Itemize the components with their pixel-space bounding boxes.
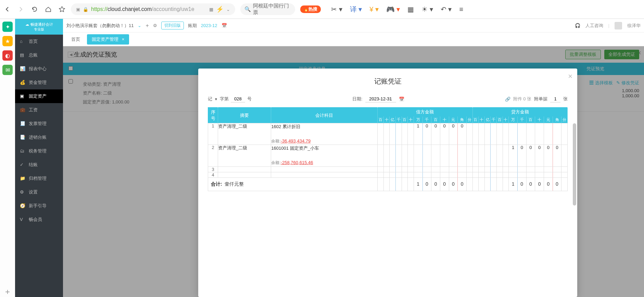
- address-bar[interactable]: ▣ 🔒 https://cloud.chanjet.com/accounting…: [71, 3, 235, 15]
- grid-icon[interactable]: ▦: [407, 5, 414, 13]
- url-text: https://cloud.chanjet.com/accounting/uw1…: [91, 6, 194, 12]
- game-icon[interactable]: 🎮 ▾: [386, 5, 400, 13]
- chevron-down-icon[interactable]: ⌄: [226, 7, 230, 12]
- qr-icon[interactable]: ▦: [209, 7, 213, 12]
- home-icon[interactable]: [45, 5, 52, 13]
- hot-badge[interactable]: 🔥热搜: [300, 5, 321, 13]
- nav-buttons: [3, 5, 66, 13]
- back-icon[interactable]: [3, 5, 11, 13]
- sun-icon[interactable]: ☀ ▾: [421, 5, 433, 13]
- search-placeholder: 阿根廷中国行门票: [253, 3, 291, 16]
- translate-icon[interactable]: 译 ▾: [350, 5, 362, 14]
- search-box[interactable]: 🔍 阿根廷中国行门票: [240, 3, 295, 15]
- lock-icon: 🔒: [83, 7, 88, 12]
- scissors-icon[interactable]: ✂ ▾: [331, 5, 342, 13]
- menu-icon[interactable]: ≡: [459, 5, 464, 13]
- forward-icon[interactable]: [17, 5, 25, 13]
- reload-icon[interactable]: [31, 5, 38, 13]
- search-icon: 🔍: [244, 6, 251, 12]
- shield-icon: ▣: [76, 7, 80, 12]
- bolt-icon[interactable]: ⚡: [216, 5, 224, 13]
- star-icon[interactable]: [58, 5, 66, 13]
- browser-toolbar: ▣ 🔒 https://cloud.chanjet.com/accounting…: [0, 0, 644, 19]
- browser-tools: ✂ ▾ 译 ▾ ¥ ▾ 🎮 ▾ ▦ ☀ ▾ ↶ ▾ ≡: [331, 5, 463, 14]
- undo-icon[interactable]: ↶ ▾: [441, 5, 452, 13]
- wallet-icon[interactable]: ¥ ▾: [369, 5, 379, 13]
